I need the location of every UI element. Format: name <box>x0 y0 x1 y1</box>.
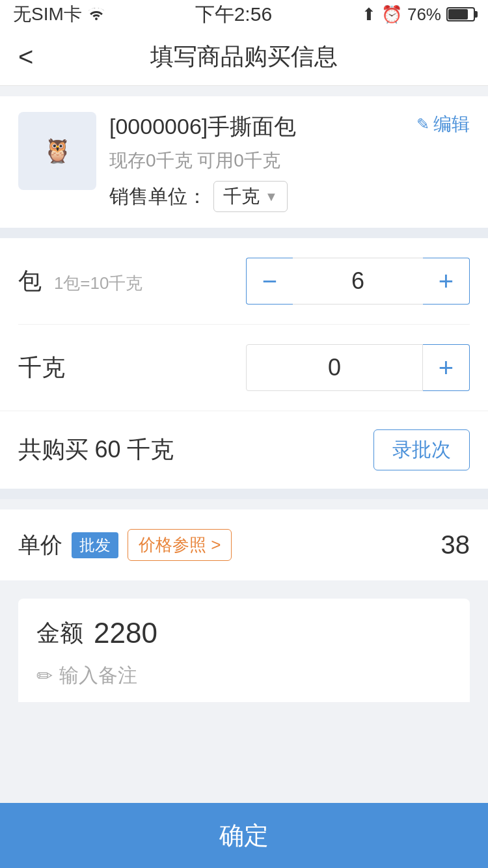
carrier-label: 无SIM卡 <box>13 2 82 27</box>
pencil-icon: ✏ <box>36 664 53 687</box>
bag-label-group: 包 1包=10千克 <box>18 265 142 297</box>
unit-label: 销售单位： <box>109 183 207 210</box>
product-image: 🦉 <box>18 112 96 190</box>
price-row: 单价 批发 价格参照 > 38 <box>18 529 470 561</box>
confirm-button[interactable]: 确定 <box>0 803 488 868</box>
kg-input-row: 千克 + <box>18 325 470 411</box>
price-badge: 批发 <box>72 532 118 558</box>
bag-plus-button[interactable]: + <box>423 258 470 305</box>
product-logo: 🦉 <box>43 137 72 165</box>
kg-quantity-control: + <box>246 344 470 391</box>
divider-1 <box>0 228 488 238</box>
price-value: 38 <box>441 530 470 560</box>
kg-label-group: 千克 <box>18 352 65 384</box>
divider-2 <box>0 489 488 499</box>
product-info: [0000006]手撕面包 现存0千克 可用0千克 销售单位： 千克 ▼ <box>109 112 470 212</box>
bag-quantity-control: − + <box>246 258 470 305</box>
unit-value: 千克 <box>223 184 260 209</box>
confirm-label: 确定 <box>219 819 269 852</box>
note-row[interactable]: ✏ 输入备注 <box>36 662 452 689</box>
bag-label: 包 <box>18 267 42 294</box>
unit-chevron-icon: ▼ <box>265 189 278 204</box>
batch-button[interactable]: 录批次 <box>373 429 470 470</box>
status-bar: 无SIM卡 下午2:56 ⬆ ⏰ 76% <box>0 0 488 29</box>
unit-select[interactable]: 千克 ▼ <box>213 181 288 212</box>
bag-minus-button[interactable]: − <box>246 258 293 305</box>
total-batch-row: 共购买 60 千克 录批次 <box>0 411 488 489</box>
total-text: 共购买 60 千克 <box>18 434 174 466</box>
product-stock: 现存0千克 可用0千克 <box>109 148 470 173</box>
battery-icon <box>446 7 475 21</box>
kg-input[interactable] <box>246 344 423 391</box>
bag-hint: 1包=10千克 <box>54 273 143 293</box>
price-section: 单价 批发 价格参照 > 38 <box>0 509 488 580</box>
alarm-icon: ⏰ <box>381 5 402 25</box>
kg-label: 千克 <box>18 354 65 381</box>
total-amount: 60 <box>94 436 120 463</box>
status-bar-right: ⬆ ⏰ 76% <box>362 5 475 25</box>
amount-row: 金额 2280 <box>36 617 452 649</box>
total-unit: 千克 <box>127 436 174 463</box>
edit-button[interactable]: ✎ 编辑 <box>416 112 470 137</box>
product-name: [0000006]手撕面包 <box>109 112 470 142</box>
wifi-icon <box>87 4 105 25</box>
product-unit-row: 销售单位： 千克 ▼ <box>109 181 470 212</box>
amount-value: 2280 <box>94 617 157 649</box>
edit-icon: ✎ <box>416 115 429 133</box>
bag-input-row: 包 1包=10千克 − + <box>18 238 470 325</box>
edit-label: 编辑 <box>433 112 470 137</box>
product-card: 🦉 [0000006]手撕面包 现存0千克 可用0千克 销售单位： 千克 ▼ ✎… <box>0 96 488 228</box>
note-placeholder: 输入备注 <box>59 662 137 689</box>
nav-bar: < 填写商品购买信息 <box>0 29 488 86</box>
status-bar-time: 下午2:56 <box>195 1 272 28</box>
bag-input[interactable] <box>293 258 423 305</box>
amount-label: 金额 <box>36 617 83 649</box>
price-ref-button[interactable]: 价格参照 > <box>128 529 232 561</box>
amount-card: 金额 2280 ✏ 输入备注 <box>18 599 470 702</box>
location-icon: ⬆ <box>362 5 376 25</box>
battery-percent: 76% <box>407 5 441 25</box>
page-title: 填写商品购买信息 <box>150 41 338 73</box>
kg-plus-button[interactable]: + <box>423 344 470 391</box>
price-label: 单价 <box>18 530 62 560</box>
back-button[interactable]: < <box>18 42 33 72</box>
input-section: 包 1包=10千克 − + 千克 + <box>0 238 488 411</box>
status-bar-left: 无SIM卡 <box>13 2 105 27</box>
amount-section: 金额 2280 ✏ 输入备注 <box>0 580 488 702</box>
total-label: 共购买 <box>18 436 88 463</box>
